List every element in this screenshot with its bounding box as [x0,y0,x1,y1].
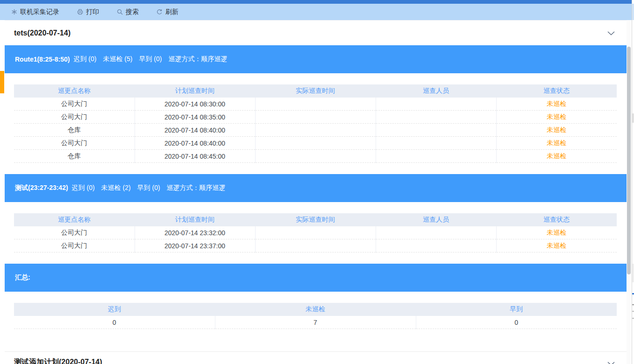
print-label: 打印 [86,8,99,16]
window-top-bar [0,0,634,4]
cell [255,150,376,163]
route-section: Route1(8:25-8:50) 迟到 (0) 未巡检 (5) 早到 (0) … [5,45,627,163]
cell: 2020-07-14 23:32:00 [135,226,255,239]
route-header-bar: 测试(23:27-23:42) 迟到 (0) 未巡检 (2) 早到 (0) 巡逻… [5,174,627,202]
adjacent-window-sliver [632,0,634,364]
chevron-down-icon [607,359,615,364]
status-cell: 未巡检 [496,150,617,163]
cell [255,226,376,239]
cell: 2020-07-14 08:40:00 [135,124,255,137]
column-header: 巡查人员 [376,213,496,226]
scrollbar-thumb[interactable] [627,47,631,274]
table-row: 仓库2020-07-14 08:45:00未巡检 [14,150,617,163]
cell: 2020-07-14 08:45:00 [135,150,255,163]
route-header-bar: Route1(8:25-8:50) 迟到 (0) 未巡检 (5) 早到 (0) … [5,45,627,73]
table-header-row: 巡更点名称计划巡查时间实际巡查时间巡查人员巡查状态 [14,84,617,98]
adjacent-window-mark [632,318,634,319]
print-icon [77,9,83,15]
collect-records-icon [11,9,17,15]
route-stats: 迟到 (0) 未巡检 (5) 早到 (0) 巡逻方式：顺序巡逻 [73,55,227,63]
patrol-table: 巡更点名称计划巡查时间实际巡查时间巡查人员巡查状态 公司大门2020-07-14… [14,213,617,252]
cell [376,239,496,252]
column-header: 实际巡查时间 [255,213,376,226]
cell: 公司大门 [14,137,135,150]
cell [376,150,496,163]
column-header: 计划巡查时间 [135,84,255,98]
column-header-early: 早到 [416,303,617,316]
cell [376,98,496,111]
column-header: 计划巡查时间 [135,213,255,226]
status-cell: 未巡检 [496,239,617,252]
cell [255,124,376,137]
collapse-report-button[interactable] [606,27,617,39]
refresh-icon [157,9,163,15]
cell: 2020-07-14 08:35:00 [135,111,255,124]
table-row: 公司大门2020-07-14 08:35:00未巡检 [14,111,617,124]
column-header-late: 迟到 [14,303,215,316]
collect-records-label: 联机采集记录 [20,8,59,16]
cell [255,98,376,111]
cell: 公司大门 [14,98,135,111]
status-cell: 未巡检 [496,226,617,239]
adjacent-window-mark [632,304,634,305]
missed-count: 7 [215,316,416,329]
cell: 2020-07-14 08:30:00 [135,98,255,111]
routes-container: Route1(8:25-8:50) 迟到 (0) 未巡检 (5) 早到 (0) … [5,45,627,252]
vertical-scrollbar[interactable] [627,20,631,364]
column-header: 巡查人员 [376,84,496,98]
status-cell: 未巡检 [496,137,617,150]
late-count: 0 [14,316,215,329]
chevron-down-icon [607,29,615,37]
cell: 公司大门 [14,111,135,124]
status-cell: 未巡检 [496,124,617,137]
table-row: 仓库2020-07-14 08:40:00未巡检 [14,124,617,137]
cell: 2020-07-14 23:37:00 [135,239,255,252]
cell: 2020-07-14 08:40:00 [135,137,255,150]
status-cell: 未巡检 [496,111,617,124]
cell [376,111,496,124]
table-row: 公司大门2020-07-14 23:32:00未巡检 [14,226,617,239]
cell: 仓库 [14,124,135,137]
next-report-title: 测试添加计划(2020-07-14) [14,357,102,364]
adjacent-window-toolbar-edge [632,4,634,20]
column-header: 巡查状态 [496,213,617,226]
column-header-missed: 未巡检 [215,303,416,316]
next-report-title-row: 测试添加计划(2020-07-14) [5,352,627,364]
summary-header-bar: 汇总: [5,264,627,292]
cell: 公司大门 [14,239,135,252]
report-panel: tets(2020-07-14) Route1(8:25-8:50) 迟到 (0… [5,20,627,364]
collect-records-button[interactable]: 联机采集记录 [11,8,59,16]
search-label: 搜索 [126,8,139,16]
search-icon [117,9,123,15]
summary-title: 汇总: [15,273,30,282]
early-count: 0 [416,316,617,329]
print-button[interactable]: 打印 [77,8,99,16]
column-header: 巡更点名称 [14,213,135,226]
route-name: 测试(23:27-23:42) [15,184,68,192]
route-stats: 迟到 (0) 未巡检 (2) 早到 (0) 巡逻方式：顺序巡逻 [72,184,226,192]
collapse-next-report-button[interactable] [606,357,617,364]
table-row: 公司大门2020-07-14 23:37:00未巡检 [14,239,617,252]
column-header: 实际巡查时间 [255,84,376,98]
refresh-button[interactable]: 刷新 [157,8,178,16]
cell [376,124,496,137]
cell [376,137,496,150]
table-row: 公司大门2020-07-14 08:40:00未巡检 [14,137,617,150]
report-title: tets(2020-07-14) [14,29,71,37]
patrol-table: 巡更点名称计划巡查时间实际巡查时间巡查人员巡查状态 公司大门2020-07-14… [14,84,617,163]
refresh-label: 刷新 [165,8,178,16]
adjacent-window-accent [632,293,634,294]
cell [255,111,376,124]
cell: 仓库 [14,150,135,163]
adjacent-window-block [632,113,634,123]
toolbar: 联机采集记录 打印 搜索 刷新 [0,4,632,20]
route-section: 测试(23:27-23:42) 迟到 (0) 未巡检 (2) 早到 (0) 巡逻… [5,174,627,252]
table-header-row: 巡更点名称计划巡查时间实际巡查时间巡查人员巡查状态 [14,213,617,226]
side-tab[interactable] [0,71,4,93]
cell [255,239,376,252]
adjacent-window-mark [632,311,634,312]
adjacent-window-block [632,264,634,282]
table-row: 公司大门2020-07-14 08:30:00未巡检 [14,98,617,111]
search-button[interactable]: 搜索 [117,8,139,16]
summary-value-row: 0 7 0 [14,316,617,329]
